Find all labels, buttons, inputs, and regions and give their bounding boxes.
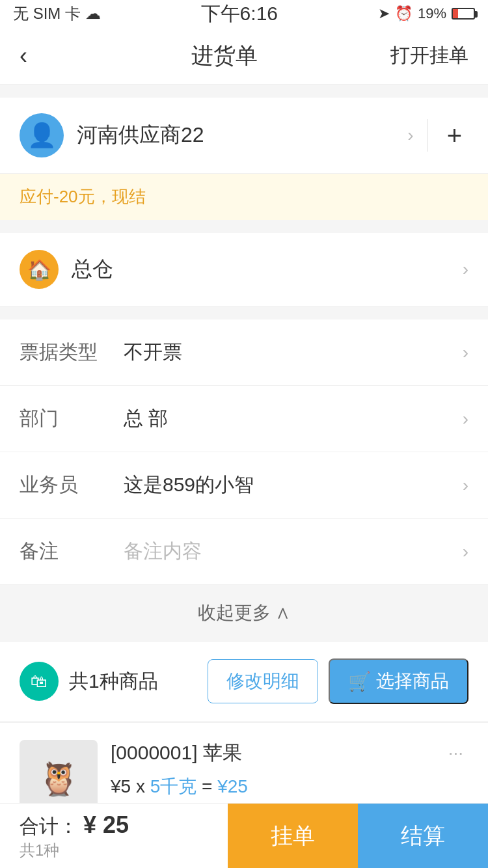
back-button[interactable]: ‹ [20, 42, 59, 70]
remark-label: 备注 [20, 538, 111, 565]
cart-icon: 🛒 [348, 671, 371, 692]
signal-text: 无 SIM 卡 ☁ [13, 3, 101, 24]
nav-bar: ‹ 进货单 打开挂单 [0, 27, 488, 85]
invoice-type-row[interactable]: 票据类型 不开票 › [0, 319, 488, 386]
hang-button[interactable]: 挂单 [228, 804, 358, 869]
modify-detail-button[interactable]: 修改明细 [208, 659, 318, 703]
product-unit-price: ¥5 x [111, 776, 150, 796]
bottom-bar: 合计： ¥ 25 共1种 挂单 结算 [0, 803, 488, 868]
collapse-bar[interactable]: 收起更多 ∧ [0, 585, 488, 641]
product-count-text: 共1种商品 [69, 668, 208, 695]
remark-chevron-icon: › [463, 541, 468, 562]
remark-row[interactable]: 备注 备注内容 › [0, 519, 488, 585]
checkout-button[interactable]: 结算 [358, 804, 488, 869]
warehouse-icon: 🏠 [20, 250, 59, 289]
product-owl-icon: 🦉 [38, 760, 79, 798]
product-total: ¥25 [217, 776, 248, 796]
product-more-button[interactable]: ··· [443, 740, 468, 766]
supplier-row[interactable]: 👤 河南供应商22 › + [0, 98, 488, 174]
product-qty: 5千克 [150, 776, 197, 796]
product-info: [0000001] 苹果 ¥5 x 5千克 = ¥25 [111, 740, 443, 799]
page-title: 进货单 [191, 41, 258, 71]
total-amount: ¥ 25 [83, 811, 129, 839]
total-sub: 共1种 [20, 840, 208, 861]
invoice-type-value: 不开票 [124, 339, 456, 366]
department-value: 总 部 [124, 405, 456, 432]
total-section: 合计： ¥ 25 共1种 [0, 811, 228, 861]
bag-icon: 🛍 [31, 671, 47, 692]
remark-value: 备注内容 [124, 538, 456, 565]
supplier-section: 👤 河南供应商22 › + 应付-20元，现结 [0, 98, 488, 220]
total-main: 合计： ¥ 25 [20, 811, 208, 840]
warehouse-chevron-icon: › [463, 259, 468, 280]
salesperson-label: 业务员 [20, 472, 111, 498]
supplier-chevron-icon: › [407, 125, 413, 146]
battery-text: 19% [418, 5, 446, 22]
select-product-button[interactable]: 🛒 选择商品 [329, 658, 468, 704]
invoice-type-label: 票据类型 [20, 339, 111, 366]
add-supplier-button[interactable]: + [441, 121, 468, 150]
supplier-avatar: 👤 [20, 113, 64, 157]
status-bar: 无 SIM 卡 ☁ 下午6:16 ➤ ⏰ 19% [0, 0, 488, 27]
salesperson-chevron-icon: › [463, 475, 468, 496]
product-equals: = [197, 776, 217, 796]
warehouse-row[interactable]: 🏠 总仓 › [0, 233, 488, 306]
notice-banner: 应付-20元，现结 [0, 174, 488, 220]
department-chevron-icon: › [463, 409, 468, 429]
product-price: ¥5 x 5千克 = ¥25 [111, 774, 443, 799]
status-left: 无 SIM 卡 ☁ [13, 3, 101, 24]
form-section: 票据类型 不开票 › 部门 总 部 › 业务员 这是859的小智 › 备注 备注… [0, 319, 488, 585]
status-right: ➤ ⏰ 19% [378, 5, 475, 22]
open-hang-button[interactable]: 打开挂单 [390, 42, 468, 69]
alarm-icon: ⏰ [395, 5, 413, 22]
location-icon: ➤ [378, 5, 390, 22]
product-header: 🛍 共1种商品 修改明细 🛒 选择商品 [0, 641, 488, 721]
product-name: [0000001] 苹果 [111, 740, 443, 766]
warehouse-name: 总仓 [72, 255, 456, 284]
section-gap-1 [0, 85, 488, 98]
total-label: 合计： [20, 813, 78, 840]
battery-icon [452, 8, 475, 20]
supplier-divider [427, 119, 427, 152]
status-time: 下午6:16 [201, 1, 278, 27]
salesperson-value: 这是859的小智 [124, 472, 456, 498]
department-label: 部门 [20, 405, 111, 432]
supplier-name: 河南供应商22 [77, 121, 401, 150]
product-bag-icon: 🛍 [20, 662, 59, 701]
department-row[interactable]: 部门 总 部 › [0, 386, 488, 452]
avatar-icon: 👤 [27, 122, 57, 149]
warehouse-house-icon: 🏠 [27, 258, 51, 281]
invoice-type-chevron-icon: › [463, 342, 468, 363]
select-product-label: 选择商品 [376, 669, 449, 694]
salesperson-row[interactable]: 业务员 这是859的小智 › [0, 452, 488, 519]
